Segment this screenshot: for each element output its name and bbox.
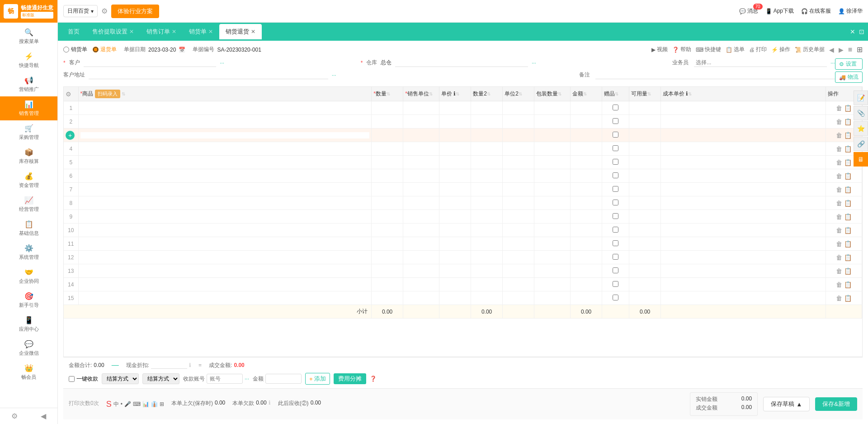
row-copy-icon[interactable]: 📋 [844,159,852,166]
row-delete-icon[interactable]: 🗑 [836,118,842,125]
row-delete-icon[interactable]: 🗑 [836,281,842,288]
address-dots-icon[interactable]: ··· [332,72,336,78]
row-available-cell[interactable] [629,278,661,291]
row-pkg-cell[interactable] [534,224,571,237]
row-amount-cell[interactable] [571,278,602,291]
sort-amount-icon[interactable]: ⇅ [583,91,587,96]
sidebar-item-inventory[interactable]: 📦库存核算 [0,144,57,168]
row-qty-cell[interactable] [372,210,403,224]
row-available-cell[interactable] [629,142,661,156]
row-cost-cell[interactable] [661,115,826,129]
sort-product-icon[interactable]: ⇅ [122,91,125,96]
row-qty-cell[interactable] [372,291,403,305]
sidebar-item-marketing[interactable]: 📢营销推广 [0,72,57,96]
row-price-cell[interactable] [439,210,471,224]
row-gift-cell[interactable] [602,101,629,115]
sidebar-settings-icon[interactable]: ⚙ [11,412,18,420]
row-amount-cell[interactable] [571,196,602,210]
row-unit-cell[interactable] [403,278,439,291]
gift-checkbox[interactable] [613,105,618,110]
float-btn-star[interactable]: ⭐ [854,121,868,136]
view-list-icon[interactable]: ≡ [848,46,852,54]
tool-icon-1[interactable]: 中 [113,400,119,408]
row-pkg-cell[interactable] [534,264,571,278]
row-gift-cell[interactable] [602,196,629,210]
gift-checkbox[interactable] [613,281,618,287]
row-qty-cell[interactable] [372,264,403,278]
row-amount-cell[interactable] [571,210,602,224]
shortcut-btn[interactable]: ⌨ 快捷键 [696,46,721,53]
row-copy-icon[interactable]: 📋 [844,281,852,288]
tab-close-all-icon[interactable]: ✕ [850,28,855,35]
gift-checkbox[interactable] [613,240,618,246]
sort-avail-icon[interactable]: ⇅ [647,91,651,96]
row-pkg-cell[interactable] [534,101,571,115]
sort-qty-icon[interactable]: ⇅ [387,91,390,96]
row-qty-cell[interactable] [372,251,403,264]
row-product-cell[interactable] [78,115,372,129]
row-amount-cell[interactable] [571,264,602,278]
row-available-cell[interactable] [629,291,661,305]
row-unit-cell[interactable] [403,101,439,115]
warehouse-input[interactable] [395,58,528,67]
tab-close-sales-return[interactable]: ✕ [251,29,255,35]
sort-price-icon[interactable]: ⇅ [456,91,459,96]
row-gift-cell[interactable] [602,142,629,156]
row-product-cell[interactable] [78,156,372,169]
radio-delivery[interactable]: 销货单 [63,46,87,53]
row-gift-cell[interactable] [602,169,629,183]
sidebar-item-wechat[interactable]: 💬企业微信 [0,336,57,360]
row-delete-icon[interactable]: 🗑 [836,159,842,166]
gift-checkbox[interactable] [613,200,618,205]
row-delete-icon[interactable]: 🗑 [836,132,842,139]
row-product-cell[interactable] [78,196,372,210]
row-qty-cell[interactable] [372,169,403,183]
add-row-button[interactable]: + [66,131,75,140]
row-unit-cell[interactable] [403,237,439,251]
row-product-cell[interactable] [78,129,372,142]
row-cost-cell[interactable] [661,169,826,183]
row-unit-cell[interactable] [403,291,439,305]
gift-checkbox[interactable] [613,172,618,178]
row-unit-cell[interactable] [403,183,439,196]
row-unit2-cell[interactable] [503,210,534,224]
row-gift-cell[interactable] [602,251,629,264]
row-qty-cell[interactable] [372,101,403,115]
select-order-btn[interactable]: 📋 选单 [726,46,745,53]
row-cost-cell[interactable] [661,251,826,264]
row-cost-cell[interactable] [661,142,826,156]
save-new-button[interactable]: 保存&新增 [815,397,857,411]
sort-gift-icon[interactable]: ⇅ [615,91,618,96]
tab-close-sales-order[interactable]: ✕ [172,29,176,35]
sidebar-item-search[interactable]: 🔍搜索菜单 [0,24,57,48]
gift-checkbox[interactable] [613,254,618,260]
row-copy-icon[interactable]: 📋 [844,227,852,234]
save-draft-button[interactable]: 保存草稿 ▲ [763,397,810,411]
tab-price-settings[interactable]: 售价提取设置✕ [86,24,140,39]
row-product-cell[interactable] [78,210,372,224]
tool-icon-2[interactable]: • [121,401,123,407]
row-delete-icon[interactable]: 🗑 [836,105,842,112]
footer-help-icon[interactable]: ❓ [370,376,377,382]
row-qty2-cell[interactable] [471,210,503,224]
header-gear-icon[interactable]: ⚙ [101,7,108,15]
sidebar-item-purchase[interactable]: 🛒采购管理 [0,120,57,144]
row-qty2-cell[interactable] [471,129,503,142]
row-gift-cell[interactable] [602,278,629,291]
row-amount-cell[interactable] [571,115,602,129]
row-pkg-cell[interactable] [534,156,571,169]
calc-method-select[interactable]: 结算方式 [142,373,179,384]
warehouse-dots-icon[interactable]: ··· [532,60,536,66]
row-delete-icon[interactable]: 🗑 [836,172,842,180]
sidebar-item-guide[interactable]: 🎯新手引导 [0,288,57,312]
row-copy-icon[interactable]: 📋 [844,200,852,207]
row-unit2-cell[interactable] [503,224,534,237]
row-available-cell[interactable] [629,196,661,210]
float-btn-link[interactable]: 🔗 [854,137,868,151]
row-qty-cell[interactable] [372,183,403,196]
settings-button[interactable]: ⚙ 设置 [835,58,863,70]
tool-icon-6[interactable]: 👔 [151,401,158,407]
row-unit-cell[interactable] [403,224,439,237]
row-price-cell[interactable] [439,237,471,251]
row-copy-icon[interactable]: 📋 [844,118,852,125]
